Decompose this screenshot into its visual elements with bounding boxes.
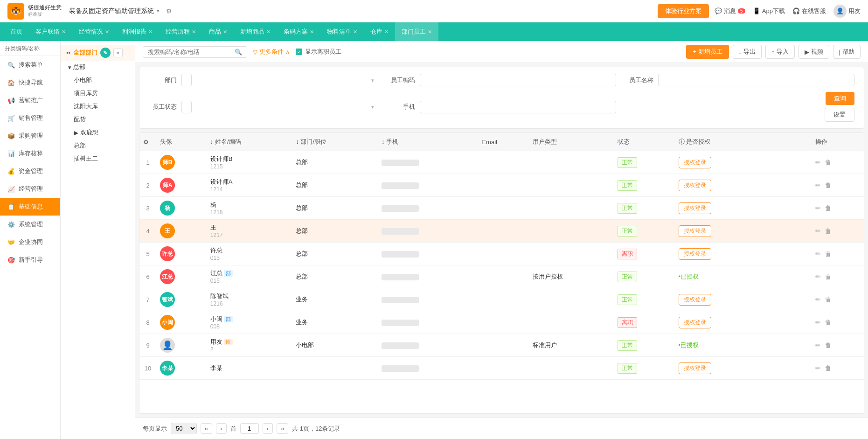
delete-icon[interactable]: 🗑 <box>825 204 831 212</box>
close-icon[interactable]: ✕ <box>192 29 196 35</box>
close-icon[interactable]: ✕ <box>148 29 153 35</box>
edit-icon[interactable]: ✏ <box>815 227 821 235</box>
edit-icon[interactable]: ✏ <box>815 273 821 280</box>
export-btn[interactable]: ↓ 导出 <box>733 45 762 59</box>
delete-icon[interactable]: 🗑 <box>825 159 831 166</box>
system-dropdown-icon[interactable]: ▾ <box>157 8 160 14</box>
col-phone[interactable]: ↕ 手机 <box>378 133 479 151</box>
dept-select[interactable] <box>181 74 192 86</box>
edit-icon[interactable]: ✏ <box>815 364 821 372</box>
nav-item-warehouse[interactable]: 仓库 ✕ <box>364 22 395 41</box>
dept-gear-icon[interactable]: ✎ <box>100 48 111 58</box>
auth-btn[interactable]: 授权登录 <box>679 157 711 168</box>
edit-icon[interactable]: ✏ <box>815 296 821 303</box>
emp-code-input[interactable] <box>420 74 616 86</box>
import-btn[interactable]: ↑ 导入 <box>765 45 795 59</box>
menu-item-nav[interactable]: 🏠 快捷导航 <box>0 74 60 91</box>
auth-btn[interactable]: 授权登录 <box>679 317 711 328</box>
dept-tree-item-headquarter[interactable]: ▾ 总部 <box>61 61 135 74</box>
menu-item-guide[interactable]: 🎯 新手引导 <box>0 251 60 269</box>
auth-btn[interactable]: 授权登录 <box>679 294 711 306</box>
nav-item-history[interactable]: 经营历程 ✕ <box>159 22 202 41</box>
delete-icon[interactable]: 🗑 <box>825 296 831 303</box>
menu-item-inventory[interactable]: 📊 库存核算 <box>0 145 60 162</box>
search-btn[interactable]: 查询 <box>826 92 854 105</box>
edit-icon[interactable]: ✏ <box>815 319 821 326</box>
col-dept[interactable]: ↕ 部门/职位 <box>292 133 378 151</box>
delete-icon[interactable]: 🗑 <box>825 319 831 326</box>
dept-tree-item-project[interactable]: 项目库房 <box>61 87 135 100</box>
sidebar-search-input[interactable] <box>5 45 61 52</box>
edit-icon[interactable]: ✏ <box>815 181 821 189</box>
show-resigned-toggle[interactable]: ✓ 显示离职员工 <box>296 48 341 56</box>
online-service-btn[interactable]: 🎧 在线客服 <box>792 7 826 15</box>
nav-item-bom[interactable]: 物料清单 ✕ <box>320 22 364 41</box>
nav-item-home[interactable]: 首页 <box>4 22 29 41</box>
close-icon[interactable]: ✕ <box>384 29 389 35</box>
menu-item-system[interactable]: ⚙️ 系统管理 <box>0 216 60 233</box>
col-name[interactable]: ↕ 姓名/编码 <box>207 133 292 151</box>
nav-item-dept[interactable]: 部门员工 ✕ <box>395 22 438 41</box>
delete-icon[interactable]: 🗑 <box>825 273 831 280</box>
close-icon[interactable]: ✕ <box>428 29 432 35</box>
edit-icon[interactable]: ✏ <box>815 159 821 166</box>
edit-icon[interactable]: ✏ <box>815 204 821 212</box>
nav-item-operation[interactable]: 经营情况 ✕ <box>72 22 116 41</box>
close-icon[interactable]: ✕ <box>266 29 271 35</box>
edit-icon[interactable]: ✏ <box>815 250 821 258</box>
settings-icon[interactable]: ⚙ <box>166 7 172 15</box>
menu-item-finance[interactable]: 💰 资金管理 <box>0 162 60 180</box>
emp-name-input[interactable] <box>658 74 854 86</box>
nav-item-customer[interactable]: 客户联络 ✕ <box>29 22 72 41</box>
edit-icon[interactable]: ✏ <box>815 341 821 349</box>
delete-icon[interactable]: 🗑 <box>825 181 831 189</box>
delete-icon[interactable]: 🗑 <box>825 227 831 235</box>
page-number-input[interactable] <box>240 423 259 434</box>
menu-item-search[interactable]: 🔍 搜索菜单 <box>0 56 60 74</box>
add-employee-btn[interactable]: + 新增员工 <box>686 45 729 59</box>
dept-all-btn[interactable]: ▪▪ 全部部门 ✎ « <box>61 45 135 61</box>
dept-collapse-btn[interactable]: « <box>113 48 123 57</box>
dept-tree-item-xiaodian[interactable]: 小电部 <box>61 74 135 87</box>
close-icon[interactable]: ✕ <box>310 29 314 35</box>
first-page-btn[interactable]: « <box>201 423 212 434</box>
auth-btn[interactable]: 授权登录 <box>679 202 711 214</box>
menu-item-collab[interactable]: 🤝 企业协同 <box>0 233 60 251</box>
prev-page-btn[interactable]: ‹ <box>216 423 226 434</box>
dept-tree-item-zongbu[interactable]: 总部 <box>61 139 135 152</box>
auth-btn[interactable]: 授权登录 <box>679 180 711 191</box>
col-settings[interactable]: ⚙ <box>139 133 156 151</box>
message-btn[interactable]: 💬 消息 5 <box>715 7 745 15</box>
menu-item-basic-info[interactable]: 📋 基础信息 <box>0 198 60 216</box>
page-size-select[interactable]: 50 100 <box>171 423 197 434</box>
delete-icon[interactable]: 🗑 <box>825 341 831 349</box>
auth-btn[interactable]: 授权登录 <box>679 362 711 374</box>
dept-tree-item-shenyang[interactable]: 沈阳大库 <box>61 100 135 113</box>
close-icon[interactable]: ✕ <box>223 29 227 35</box>
auth-btn[interactable]: 授权登录 <box>679 248 711 260</box>
close-icon[interactable]: ✕ <box>353 29 357 35</box>
menu-item-sales[interactable]: 🛒 销售管理 <box>0 109 60 127</box>
app-download-btn[interactable]: 📱 App下载 <box>753 7 785 15</box>
dept-tree-item-distribution[interactable]: 配货 <box>61 113 135 126</box>
delete-icon[interactable]: 🗑 <box>825 250 831 258</box>
close-icon[interactable]: ✕ <box>62 29 66 35</box>
help-btn[interactable]: | 帮助 <box>833 45 861 59</box>
settings-btn[interactable]: 设置 <box>825 108 854 122</box>
delete-icon[interactable]: 🗑 <box>825 364 831 372</box>
search-input[interactable] <box>148 49 232 56</box>
menu-item-marketing[interactable]: 📢 营销推广 <box>0 91 60 109</box>
trial-btn[interactable]: 体验行业方案 <box>658 4 709 18</box>
dept-tree-item-insert[interactable]: 插树王二 <box>61 152 135 165</box>
nav-item-new-goods[interactable]: 新增商品 ✕ <box>234 22 277 41</box>
last-page-btn[interactable]: » <box>277 423 288 434</box>
status-select[interactable] <box>181 101 192 113</box>
next-page-btn[interactable]: › <box>263 423 273 434</box>
more-conditions-btn[interactable]: ▽ 更多条件 ∧ <box>253 48 290 56</box>
phone-input[interactable] <box>420 101 616 113</box>
view-btn[interactable]: ▶ 视频 <box>799 45 829 59</box>
nav-item-profit[interactable]: 利润报告 ✕ <box>116 22 159 41</box>
dept-tree-item-shuanglu[interactable]: ▶ 双鹿想 <box>61 126 135 139</box>
nav-item-goods[interactable]: 商品 ✕ <box>202 22 234 41</box>
menu-item-purchase[interactable]: 📦 采购管理 <box>0 127 60 145</box>
